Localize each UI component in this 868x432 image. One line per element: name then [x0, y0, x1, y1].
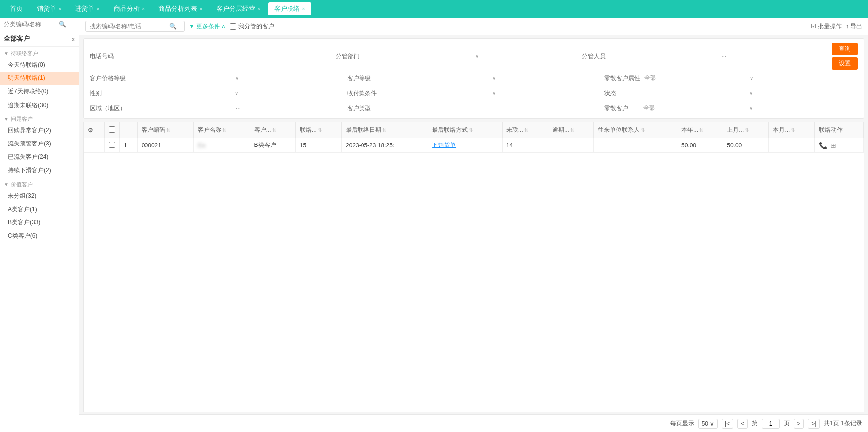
row-checkbox[interactable] [109, 142, 115, 148]
sidebar-item[interactable]: 近7天待联络(0) [0, 85, 79, 98]
settings-button[interactable]: 设置 [832, 57, 858, 70]
filter-icon: ▼ [189, 23, 195, 30]
sidebar-item[interactable]: 逾期未联络(30) [0, 99, 79, 112]
sidebar-item[interactable]: 回购异常客户(2) [0, 124, 79, 137]
sidebar-item[interactable]: 明天待联络(1) [0, 72, 79, 85]
region-select[interactable]: ··· [128, 102, 343, 114]
retail-customer-select[interactable]: 全部 ∨ [641, 102, 858, 114]
next-page-btn[interactable]: > [794, 419, 804, 429]
close-tab-icon[interactable]: × [199, 6, 202, 12]
filter-customer-level: 客户等级 ∨ [347, 72, 600, 84]
sidebar-section-title[interactable]: ▼问题客户 [0, 112, 79, 124]
sidebar-section-title[interactable]: ▼待联络客户 [0, 47, 79, 58]
th-last-method[interactable]: 最后联络方式⇅ [428, 122, 503, 138]
sidebar-search-input[interactable] [4, 21, 59, 28]
close-tab-icon[interactable]: × [257, 6, 260, 12]
sidebar-item[interactable]: 未分组(32) [0, 189, 79, 203]
manager-dots-icon[interactable]: ··· [722, 53, 822, 60]
prev-page-btn[interactable]: < [737, 419, 748, 429]
dept-select[interactable]: ∨ [372, 50, 578, 62]
search-input[interactable] [90, 23, 169, 30]
filter-payment: 收付款条件 ∨ [347, 87, 600, 99]
row-code: 000021 [137, 138, 193, 153]
th-name[interactable]: 客户名称⇅ [194, 122, 250, 138]
th-last-month[interactable]: 上月...⇅ [723, 122, 769, 138]
phone-input[interactable] [127, 50, 332, 62]
dept-label: 分管部门 [336, 52, 370, 61]
sidebar-item[interactable]: 持续下滑客户(2) [0, 164, 79, 177]
first-page-btn[interactable]: |< [722, 419, 733, 429]
nav-item-销货单[interactable]: 销货单× [31, 2, 67, 15]
sidebar-item[interactable]: 已流失客户(24) [0, 150, 79, 164]
sidebar-item[interactable]: 流失预警客户(3) [0, 137, 79, 150]
retail-attr-select[interactable]: 全部 ∨ [642, 72, 858, 84]
current-page-input[interactable] [762, 419, 780, 429]
nav-item-进货单[interactable]: 进货单× [69, 2, 105, 15]
last-method-link[interactable]: 下销货单 [432, 142, 456, 148]
row-this-year: 50.00 [677, 138, 723, 153]
th-uncontacted[interactable]: 未联...⇅ [502, 122, 548, 138]
gear-icon[interactable]: ⚙ [88, 127, 93, 134]
th-last-date[interactable]: 最后联络日期⇅ [342, 122, 428, 138]
sidebar-section-title[interactable]: ▼价值客户 [0, 178, 79, 189]
th-this-year[interactable]: 本年...⇅ [677, 122, 723, 138]
gender-select[interactable]: ∨ [127, 87, 343, 99]
select-all-checkbox[interactable] [109, 126, 115, 133]
my-customers-checkbox-input[interactable] [230, 23, 236, 30]
more-conditions-btn[interactable]: ▼ 更多条件 ∧ [189, 22, 226, 31]
grid-icon[interactable]: ⊞ [830, 142, 836, 149]
close-tab-icon[interactable]: × [58, 6, 61, 12]
row-contact: 15 [295, 138, 341, 153]
nav-item-客户联络[interactable]: 客户联络× [268, 2, 311, 15]
per-page-label: 每页显示 [670, 419, 694, 428]
manager-label: 分管人员 [582, 52, 617, 61]
nav-item-商品分析列表[interactable]: 商品分析列表× [152, 2, 208, 15]
close-tab-icon[interactable]: × [96, 6, 99, 12]
row-name[interactable]: Ea [194, 138, 250, 153]
region-dots-icon[interactable]: ··· [236, 105, 341, 112]
nav-item-客户分层经营[interactable]: 客户分层经营× [211, 2, 266, 15]
th-gear[interactable]: ⚙ [84, 122, 105, 138]
sidebar-collapse-icon[interactable]: « [72, 35, 75, 43]
sidebar-item[interactable]: 今天待联络(0) [0, 58, 79, 72]
th-this-month[interactable]: 本月...⇅ [769, 122, 814, 138]
page-label: 第 [752, 419, 758, 428]
customer-level-select[interactable]: ∨ [384, 72, 600, 84]
payment-select[interactable]: ∨ [384, 87, 600, 99]
nav-item-首页[interactable]: 首页 [4, 2, 29, 15]
close-tab-icon[interactable]: × [302, 6, 305, 12]
search-icon[interactable]: 🔍 [169, 23, 177, 30]
customer-type-select[interactable] [384, 102, 600, 114]
table-row: 1 000021 Ea B类客户 15 2023-05-23 18:25: 下销… [84, 138, 864, 153]
last-page-btn[interactable]: >| [808, 419, 820, 429]
phone-icon[interactable]: 📞 [819, 142, 827, 149]
status-chevron-down-icon: ∨ [749, 90, 856, 96]
table-header: ⚙ 客户编码⇅ 客户名称⇅ 客户...⇅ 联络...⇅ 最后联络日期⇅ 最后联络… [84, 122, 864, 138]
nav-item-商品分析[interactable]: 商品分析× [108, 2, 150, 15]
per-page-select[interactable]: 50 ∨ [698, 419, 718, 429]
query-button[interactable]: 查询 [832, 43, 858, 55]
price-level-select[interactable]: ∨ [128, 72, 343, 84]
last-month-sort-icon: ⇅ [745, 127, 749, 133]
th-code[interactable]: 客户编码⇅ [137, 122, 193, 138]
th-unit-contact[interactable]: 往来单位联系人⇅ [594, 122, 677, 138]
my-customers-checkbox[interactable]: 我分管的客户 [230, 22, 274, 31]
th-action: 联络动作 [814, 122, 863, 138]
sidebar-item[interactable]: B类客户(33) [0, 216, 79, 229]
pagination-bar: 每页显示 50 ∨ |< < 第 页 > >| 共1页 1条记录 [79, 414, 868, 432]
export-btn[interactable]: ↑ 导出 [846, 22, 862, 31]
retail-customer-value: 全部 [643, 104, 749, 112]
th-type[interactable]: 客户...⇅ [250, 122, 295, 138]
th-contact[interactable]: 联络...⇅ [295, 122, 341, 138]
close-tab-icon[interactable]: × [142, 6, 145, 12]
th-overdue[interactable]: 逾期...⇅ [548, 122, 593, 138]
batch-op-btn[interactable]: ☑ 批量操作 [811, 22, 842, 31]
row-last-method[interactable]: 下销货单 [428, 138, 503, 153]
manager-select[interactable]: ··· [619, 50, 824, 62]
sidebar-search-icon[interactable]: 🔍 [59, 21, 66, 28]
filter-phone: 电话号码 [90, 50, 332, 62]
status-select[interactable]: ∨ [641, 87, 858, 99]
sidebar-item[interactable]: A类客户(1) [0, 203, 79, 216]
sidebar-all-customers[interactable]: 全部客户 « [0, 31, 79, 47]
sidebar-item[interactable]: C类客户(6) [0, 229, 79, 243]
